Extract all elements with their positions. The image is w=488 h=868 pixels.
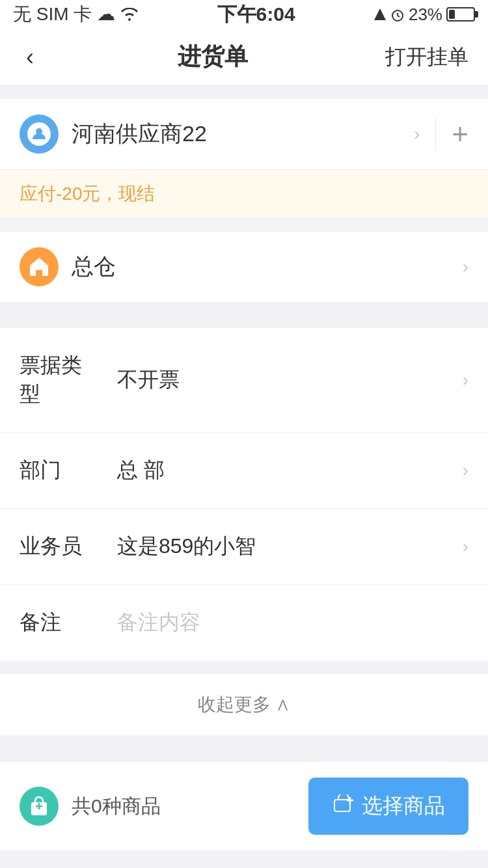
dept-chevron-icon: › (463, 460, 468, 481)
product-count-text: 共0种商品 (72, 793, 308, 820)
supplier-name: 河南供应商22 (72, 119, 414, 149)
bill-type-chevron-icon: › (463, 370, 468, 390)
dept-value: 总 部 (98, 456, 463, 485)
back-button[interactable]: ‹ (20, 37, 40, 77)
signal-text: 无 SIM 卡 ☁ (13, 2, 115, 27)
battery-percent: 23% (409, 5, 442, 25)
nav-bar: ‹ 进货单 打开挂单 (0, 29, 488, 86)
warehouse-row[interactable]: 总仓 › (0, 232, 488, 302)
svg-line-2 (398, 16, 400, 17)
select-product-button[interactable]: 选择商品 (308, 778, 468, 835)
status-bar: 无 SIM 卡 ☁ 下午6:04 23% (0, 0, 488, 29)
remark-label: 备注 (20, 608, 98, 637)
person-icon (31, 126, 47, 142)
supplier-section: 河南供应商22 › + 应付-20元，现结 (0, 99, 488, 219)
warehouse-icon (20, 247, 59, 286)
page-title: 进货单 (178, 41, 248, 73)
house-icon (27, 255, 51, 278)
dept-row[interactable]: 部门 总 部 › (0, 433, 488, 509)
status-right: 23% (373, 5, 475, 25)
location-icon (373, 8, 386, 21)
select-product-label: 选择商品 (362, 792, 445, 821)
form-section: 票据类型 不开票 › 部门 总 部 › 业务员 这是859的小智 › 备注 备注… (0, 328, 488, 660)
remark-row[interactable]: 备注 备注内容 (0, 585, 488, 660)
battery-icon (446, 7, 475, 21)
warehouse-section[interactable]: 总仓 › (0, 232, 488, 302)
supplier-row[interactable]: 河南供应商22 › + (0, 99, 488, 170)
notice-bar: 应付-20元，现结 (0, 170, 488, 219)
shopping-bag-icon (27, 794, 51, 818)
status-left: 无 SIM 卡 ☁ (13, 2, 139, 27)
alarm-icon (390, 7, 405, 21)
section-gap-4 (0, 735, 488, 748)
wifi-icon (120, 8, 139, 21)
section-gap-1 (0, 86, 488, 99)
product-count-icon (20, 787, 59, 826)
salesman-chevron-icon: › (463, 536, 468, 557)
warehouse-name: 总仓 (72, 252, 463, 282)
vertical-divider (435, 118, 436, 150)
remark-input[interactable]: 备注内容 (98, 608, 468, 637)
bill-type-row[interactable]: 票据类型 不开票 › (0, 328, 488, 433)
section-gap-3 (0, 302, 488, 315)
collapse-button[interactable]: 收起更多 ∧ (0, 673, 488, 735)
bill-type-label: 票据类型 (20, 351, 98, 409)
avatar-inner (27, 122, 51, 146)
salesman-row[interactable]: 业务员 这是859的小智 › (0, 509, 488, 585)
supplier-avatar (20, 115, 59, 154)
bottom-bar: 共0种商品 选择商品 (0, 761, 488, 850)
svg-rect-5 (334, 800, 350, 811)
status-time: 下午6:04 (217, 1, 295, 28)
warehouse-chevron-icon: › (463, 256, 468, 277)
page-bg (0, 850, 488, 868)
dept-label: 部门 (20, 456, 98, 485)
cart-icon (332, 794, 355, 818)
supplier-chevron-icon: › (414, 124, 420, 144)
open-pending-button[interactable]: 打开挂单 (385, 43, 468, 72)
add-button[interactable]: + (452, 120, 468, 148)
section-gap-2 (0, 219, 488, 232)
bill-type-value: 不开票 (98, 366, 463, 394)
salesman-value: 这是859的小智 (98, 532, 463, 561)
salesman-label: 业务员 (20, 532, 98, 561)
